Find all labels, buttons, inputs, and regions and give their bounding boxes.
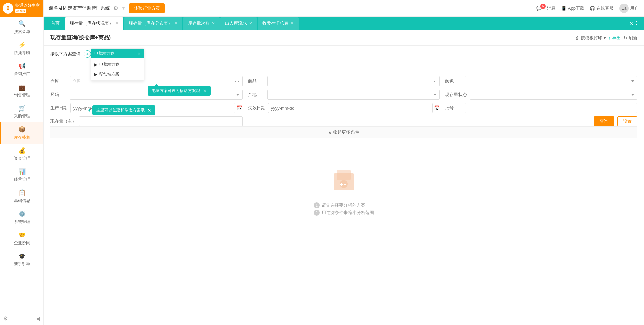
batch-input[interactable] — [465, 103, 637, 113]
settings-bottom-btn[interactable]: ⚙ — [3, 315, 8, 322]
printer-icon: 🖨 — [575, 35, 579, 40]
sidebar-item-quick[interactable]: ⚡ 快捷导航 — [0, 38, 43, 59]
edit-tooltip-close[interactable]: ✕ — [147, 108, 151, 113]
chevron-down-icon: ▾ — [604, 35, 606, 40]
warehouse-label: 仓库 — [50, 78, 67, 84]
scheme-item-arrow-2: ▶ — [94, 72, 97, 77]
sidebar: 6 畅通道好生意 标准版 🔍 搜索菜单 ⚡ 快捷导航 📢 营销推广 💼 销售管理… — [0, 0, 44, 325]
message-item[interactable]: 💬 6 消息 — [536, 5, 556, 11]
filter-row-warehouse: 仓库 仓库 ··· — [50, 76, 243, 86]
app-download-item[interactable]: 📱 App下载 — [561, 5, 584, 11]
expire-date-label: 失效日期 — [248, 105, 265, 111]
sidebar-item-system[interactable]: ⚙️ 系统管理 — [0, 207, 43, 228]
user-avatar: Ea — [619, 4, 629, 13]
produce-date-calendar-icon[interactable]: 📅 — [237, 105, 243, 111]
origin-select[interactable] — [267, 90, 440, 100]
filter-row-expire-date: 失效日期 📅 — [248, 103, 440, 113]
filter-area: 按以下方案查询 + ↻ ← 电脑方案可设为移动方案哦 ✕ 电脑端方案 ✕ — [44, 46, 644, 143]
tab-delivery-summary[interactable]: 收发存汇总表 ✕ — [258, 17, 299, 30]
logo-text: 畅通道好生意 标准版 — [15, 3, 40, 13]
online-service-item[interactable]: 🎧 在线客服 — [590, 5, 614, 11]
sidebar-item-purchase[interactable]: 🛒 采购管理 — [0, 101, 43, 122]
refresh-btn[interactable]: ↻ 刷新 — [624, 35, 637, 41]
expire-date-input[interactable] — [268, 103, 433, 113]
template-print-btn[interactable]: 🖨 按模板打印 ▾ — [575, 35, 606, 41]
inventory-icon: 📦 — [18, 126, 26, 133]
sidebar-item-operations[interactable]: 📊 经营管理 — [0, 165, 43, 186]
sidebar-item-enterprise[interactable]: 🤝 企业协同 — [0, 228, 43, 249]
headset-icon: 🎧 — [590, 6, 595, 11]
topbar-right: 💬 6 消息 📱 App下载 🎧 在线客服 Ea 用户 — [536, 4, 639, 13]
tab-inventory-flow[interactable]: 出入库流水 ✕ — [220, 17, 257, 30]
tab-close-inventory-dist[interactable]: ✕ — [174, 21, 178, 26]
user-item[interactable]: Ea 用户 — [619, 4, 639, 13]
guide-icon: 🎓 — [18, 253, 26, 260]
enterprise-icon: 🤝 — [18, 231, 26, 239]
tab-close-inventory-status[interactable]: ✕ — [115, 21, 119, 26]
operations-icon: 📊 — [18, 168, 26, 175]
fullscreen-icon[interactable]: ⛶ — [636, 20, 641, 26]
page-header-actions: 🖨 按模板打印 ▾ ↑ 导出 ↻ 刷新 — [575, 35, 638, 41]
collapse-sidebar-btn[interactable]: ◀ — [36, 315, 40, 322]
empty-tip-1: 1 请先选择要分析的方案 — [314, 202, 374, 208]
sidebar-item-sales[interactable]: 💼 销售管理 — [0, 80, 43, 101]
stock-qty-max[interactable] — [165, 119, 239, 124]
page-title: 现存量查询(按仓库+商品) — [50, 34, 111, 41]
empty-tip-2: 2 用过滤条件来缩小分析范围 — [314, 210, 374, 216]
topbar-left: 装备及固定资产辅助管理系统 ⚙ ▼ 体验行业方案 — [49, 3, 165, 13]
size-label: 尺码 — [50, 92, 67, 98]
expire-date-calendar-icon[interactable]: 📅 — [434, 105, 440, 111]
sales-icon: 💼 — [18, 84, 26, 91]
scheme-item-desktop[interactable]: ▶ 电脑端方案 — [91, 60, 144, 69]
sidebar-item-finance[interactable]: 💰 资金管理 — [0, 144, 43, 165]
system-icon: ⚙️ — [18, 210, 26, 218]
sidebar-item-inventory[interactable]: 📦 库存核算 — [0, 122, 43, 144]
tab-inventory-status[interactable]: 现存量（库存状况表） ✕ — [65, 17, 123, 30]
filter-row-stock-qty: 现存量（主） — — [50, 116, 243, 126]
settings-icon[interactable]: ⚙ — [113, 5, 118, 11]
stock-qty-label: 现存量（主） — [50, 118, 76, 124]
purchase-icon: 🛒 — [18, 105, 26, 112]
svg-rect-1 — [337, 170, 351, 180]
sidebar-item-search[interactable]: 🔍 搜索菜单 — [0, 17, 43, 38]
sidebar-menu: 🔍 搜索菜单 ⚡ 快捷导航 📢 营销推广 💼 销售管理 🛒 采购管理 📦 库存核… — [0, 17, 43, 312]
color-label: 颜色 — [445, 78, 462, 84]
export-icon: ↑ — [609, 35, 611, 40]
scheme-item-arrow: ▶ — [94, 62, 97, 67]
color-select[interactable] — [465, 76, 637, 86]
batch-label: 批号 — [445, 105, 462, 111]
scheme-tooltip-close[interactable]: ✕ — [203, 88, 207, 94]
reset-btn[interactable]: 设置 — [617, 116, 637, 126]
scheme-tooltip: 电脑方案可设为移动方案哦 ✕ — [148, 86, 211, 96]
sidebar-item-marketing[interactable]: 📢 营销推广 — [0, 59, 43, 80]
tab-inventory-batch[interactable]: 库存批次账 ✕ — [183, 17, 220, 30]
filter-grid: 仓库 仓库 ··· 商品 ··· — [50, 76, 637, 126]
tabbar: 首页 现存量（库存状况表） ✕ 现存量（库存分布表） ✕ 库存批次账 ✕ 出入库… — [44, 17, 644, 30]
filter-row-size: 尺码 — [50, 90, 243, 100]
scheme-panel-header: 电脑端方案 ✕ — [91, 49, 144, 58]
logo-icon: 6 — [3, 3, 13, 14]
stock-status-select[interactable] — [470, 90, 637, 100]
tab-home[interactable]: 首页 — [46, 17, 64, 30]
sidebar-item-guide[interactable]: 🎓 新手引导 — [0, 249, 43, 270]
query-btn[interactable]: 查询 — [594, 116, 614, 126]
close-all-tabs-icon[interactable]: ✕ — [629, 20, 633, 27]
tab-close-inventory-batch[interactable]: ✕ — [212, 21, 215, 26]
add-scheme-btn[interactable]: + — [84, 50, 91, 58]
sidebar-bottom: ⚙ ◀ — [0, 312, 43, 325]
marketing-icon: 📢 — [18, 62, 26, 70]
scheme-item-mobile[interactable]: ▶ 移动端方案 — [91, 69, 144, 79]
tab-close-inventory-flow[interactable]: ✕ — [249, 21, 252, 26]
scheme-mobile-label: 移动端方案 — [99, 71, 119, 77]
goods-dots[interactable]: ··· — [432, 78, 437, 84]
warehouse-dots[interactable]: ··· — [235, 78, 239, 84]
experience-btn[interactable]: 体验行业方案 — [129, 3, 165, 13]
export-btn[interactable]: ↑ 导出 — [609, 35, 621, 41]
tab-inventory-dist[interactable]: 现存量（库存分布表） ✕ — [124, 17, 182, 30]
filter-actions: 查询 设置 — [445, 116, 637, 126]
tab-close-delivery-summary[interactable]: ✕ — [290, 21, 294, 26]
collapse-row[interactable]: ∧ 收起更多条件 — [50, 126, 637, 138]
sidebar-item-basic[interactable]: 📋 基础信息 — [0, 186, 43, 207]
scheme-panel-close[interactable]: ✕ — [137, 51, 141, 56]
stock-qty-min[interactable] — [82, 119, 157, 124]
